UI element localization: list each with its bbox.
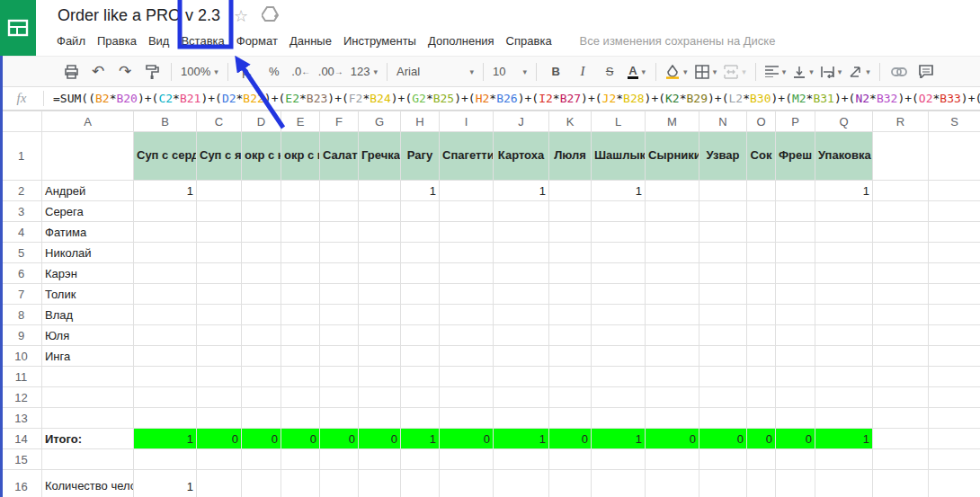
- cell-G6[interactable]: [359, 263, 401, 284]
- cell-M11[interactable]: [646, 367, 699, 387]
- cell-K15[interactable]: [549, 449, 592, 470]
- cell-R1[interactable]: [873, 132, 929, 181]
- cell-O4[interactable]: [747, 222, 776, 243]
- text-color-button[interactable]: A▾: [627, 61, 646, 83]
- cell-P8[interactable]: [776, 305, 815, 325]
- col-header-R[interactable]: R: [873, 111, 929, 132]
- cell-E8[interactable]: [281, 305, 320, 325]
- cell-C2[interactable]: [197, 181, 242, 201]
- redo-button[interactable]: ↷: [115, 61, 135, 83]
- row-header-14[interactable]: 14: [1, 429, 42, 449]
- cell-S16[interactable]: [929, 470, 980, 497]
- cell-P3[interactable]: [776, 201, 815, 222]
- cell-C16[interactable]: [197, 470, 242, 497]
- cell-M6[interactable]: [646, 263, 699, 284]
- row-header-6[interactable]: 6: [1, 263, 42, 284]
- cell-K5[interactable]: [549, 243, 592, 263]
- cell-L7[interactable]: [592, 284, 646, 305]
- cell-J16[interactable]: [494, 470, 549, 497]
- col-header-S[interactable]: S: [929, 111, 980, 132]
- cell-S11[interactable]: [929, 367, 980, 387]
- cell-P4[interactable]: [776, 222, 815, 243]
- cell-Q7[interactable]: [815, 284, 873, 305]
- cell-M15[interactable]: [646, 449, 699, 470]
- cell-E10[interactable]: [281, 346, 320, 367]
- cell-S2[interactable]: [929, 181, 980, 201]
- cell-D11[interactable]: [242, 367, 281, 387]
- zoom-select[interactable]: 100%▾: [181, 61, 218, 83]
- cell-F6[interactable]: [320, 263, 359, 284]
- more-formats-button[interactable]: 123▾: [351, 61, 378, 83]
- cell-K2[interactable]: [549, 181, 592, 201]
- cell-L1[interactable]: Шашлык: [592, 132, 646, 181]
- cell-S3[interactable]: [929, 201, 980, 222]
- cell-J1[interactable]: Картоха: [494, 132, 549, 181]
- menu-item-5[interactable]: Формат: [236, 34, 278, 48]
- col-header-K[interactable]: K: [549, 111, 592, 132]
- cell-N2[interactable]: [699, 181, 747, 201]
- cell-C12[interactable]: [197, 387, 242, 408]
- cell-I10[interactable]: [440, 346, 494, 367]
- cell-P6[interactable]: [776, 263, 815, 284]
- menu-item-1[interactable]: Файл: [57, 34, 85, 48]
- cell-A2[interactable]: Андрей: [42, 181, 134, 201]
- cell-E1[interactable]: окр с копч: [281, 132, 320, 181]
- cell-G14[interactable]: 0: [359, 429, 401, 449]
- cell-C11[interactable]: [197, 367, 242, 387]
- insert-comment-button[interactable]: [916, 61, 936, 83]
- cell-K13[interactable]: [549, 408, 592, 429]
- cell-S6[interactable]: [929, 263, 980, 284]
- cell-M1[interactable]: Сырники: [646, 132, 699, 181]
- cell-H11[interactable]: [401, 367, 440, 387]
- cell-N15[interactable]: [699, 449, 747, 470]
- cell-A5[interactable]: Николай: [42, 243, 134, 263]
- insert-link-button[interactable]: [889, 61, 909, 83]
- cell-L14[interactable]: 1: [592, 429, 646, 449]
- merge-cells-button[interactable]: ▾: [724, 61, 746, 83]
- cell-N12[interactable]: [699, 387, 747, 408]
- cell-J4[interactable]: [494, 222, 549, 243]
- cell-H9[interactable]: [401, 325, 440, 346]
- cell-O2[interactable]: [747, 181, 776, 201]
- cell-K6[interactable]: [549, 263, 592, 284]
- cell-M7[interactable]: [646, 284, 699, 305]
- row-header-13[interactable]: 13: [1, 408, 42, 429]
- col-header-A[interactable]: A: [42, 111, 134, 132]
- cell-F7[interactable]: [320, 284, 359, 305]
- cell-G7[interactable]: [359, 284, 401, 305]
- sheets-logo[interactable]: [0, 0, 36, 56]
- cell-B9[interactable]: [134, 325, 197, 346]
- cell-H10[interactable]: [401, 346, 440, 367]
- cell-E13[interactable]: [281, 408, 320, 429]
- cell-O5[interactable]: [747, 243, 776, 263]
- menu-item-6[interactable]: Данные: [290, 34, 332, 48]
- cell-F10[interactable]: [320, 346, 359, 367]
- cell-B5[interactable]: [134, 243, 197, 263]
- cell-L5[interactable]: [592, 243, 646, 263]
- cell-S7[interactable]: [929, 284, 980, 305]
- cell-C5[interactable]: [197, 243, 242, 263]
- row-header-10[interactable]: 10: [1, 346, 42, 367]
- cell-D2[interactable]: [242, 181, 281, 201]
- cell-D8[interactable]: [242, 305, 281, 325]
- cell-B15[interactable]: [134, 449, 197, 470]
- row-header-7[interactable]: 7: [1, 284, 42, 305]
- cell-R14[interactable]: [873, 429, 929, 449]
- cell-L6[interactable]: [592, 263, 646, 284]
- cell-I1[interactable]: Спагетти: [440, 132, 494, 181]
- cell-D9[interactable]: [242, 325, 281, 346]
- cell-C8[interactable]: [197, 305, 242, 325]
- increase-decimal-button[interactable]: .00→: [318, 61, 343, 83]
- cell-I6[interactable]: [440, 263, 494, 284]
- cell-P10[interactable]: [776, 346, 815, 367]
- cell-Q9[interactable]: [815, 325, 873, 346]
- font-family-select[interactable]: Arial▾: [396, 61, 474, 83]
- cell-S9[interactable]: [929, 325, 980, 346]
- cell-J10[interactable]: [494, 346, 549, 367]
- cell-R11[interactable]: [873, 367, 929, 387]
- cell-F11[interactable]: [320, 367, 359, 387]
- cell-I12[interactable]: [440, 387, 494, 408]
- cell-K14[interactable]: 0: [549, 429, 592, 449]
- col-header-N[interactable]: N: [699, 111, 747, 132]
- cell-S8[interactable]: [929, 305, 980, 325]
